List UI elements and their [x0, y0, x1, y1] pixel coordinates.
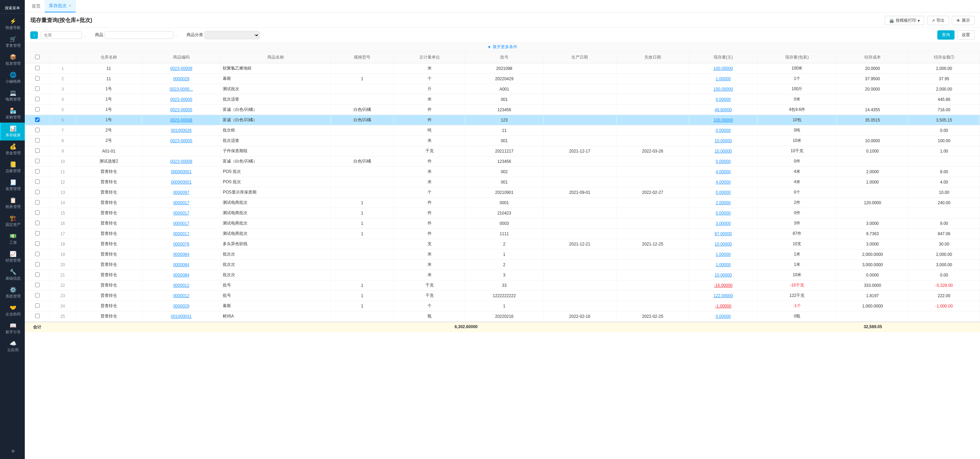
sidebar-item-retail[interactable]: 🛒 零售管理 — [0, 33, 25, 51]
row-checkbox[interactable] — [25, 125, 50, 135]
row-checkbox[interactable] — [25, 198, 50, 208]
row-code[interactable]: 0000029 — [142, 301, 221, 311]
col-unit[interactable]: 主计量单位 — [394, 52, 465, 63]
row-code[interactable]: 001000031 — [142, 311, 221, 322]
tab-home[interactable]: 首页 — [27, 0, 45, 13]
row-code[interactable]: 0000097 — [142, 187, 221, 198]
sidebar-item-tax[interactable]: 📋 税务管理 — [0, 194, 25, 212]
row-code[interactable]: 0023-00009 — [142, 63, 221, 74]
row-qty-main[interactable]: 4.00000 — [689, 167, 757, 177]
row-checkbox[interactable] — [25, 301, 50, 311]
col-total-cost[interactable]: 结存金额① — [908, 52, 980, 63]
row-code[interactable]: 0000017 — [142, 198, 221, 208]
sidebar-item-invoice[interactable]: 🧾 发票管理 — [0, 176, 25, 194]
row-qty-main[interactable]: 2.00000 — [689, 198, 757, 208]
col-code[interactable]: 商品编码 — [142, 52, 221, 63]
product-search-input[interactable] — [105, 31, 173, 39]
row-qty-main[interactable]: 49.60000 — [689, 105, 757, 115]
row-checkbox[interactable] — [25, 187, 50, 198]
col-checkbox[interactable] — [25, 52, 50, 63]
select-all-checkbox[interactable] — [35, 55, 40, 59]
row-qty-main[interactable]: 87.00000 — [689, 229, 757, 239]
print-template-button[interactable]: 🖨️ 按模板打印 ▾ — [885, 16, 924, 25]
settings-button[interactable]: 设置 — [957, 30, 975, 40]
row-qty-main[interactable]: 1.00000 — [689, 74, 757, 84]
row-code[interactable]: 000900001 — [142, 177, 221, 187]
row-qty-main[interactable]: 0.00000 — [689, 187, 757, 198]
sidebar-item-operations[interactable]: 📈 经营管理 — [0, 248, 25, 266]
display-toggle-button[interactable]: 👁 展示 — [952, 16, 975, 25]
row-qty-main[interactable]: 1.00000 — [689, 260, 757, 270]
row-checkbox[interactable] — [25, 167, 50, 177]
row-code[interactable]: 0023-00005 — [142, 105, 221, 115]
row-code[interactable]: 0023-00008 — [142, 156, 221, 167]
query-button[interactable]: 查询 — [937, 30, 955, 40]
sidebar-item-system[interactable]: ⚙️ 系统管理 — [0, 284, 25, 302]
row-code[interactable]: 0000017 — [142, 218, 221, 229]
row-qty-main[interactable]: 10.00000 — [689, 239, 757, 249]
export-button[interactable]: ↗ 导出 — [927, 16, 949, 25]
tab-inventory-batch[interactable]: 库存批次 × — [45, 0, 76, 13]
col-expdate[interactable]: 失效日期 — [616, 52, 689, 63]
tab-close-icon[interactable]: × — [69, 3, 71, 8]
row-checkbox[interactable] — [25, 177, 50, 187]
row-code[interactable]: 0023-00008 — [142, 115, 221, 125]
row-qty-main[interactable]: -16.00000 — [689, 280, 757, 291]
row-qty-main[interactable]: 4.00000 — [689, 177, 757, 187]
col-warehouse[interactable]: 仓库名称 — [76, 52, 142, 63]
col-name[interactable]: 商品名称 — [221, 52, 331, 63]
row-checkbox[interactable] — [25, 208, 50, 218]
warehouse-search-input[interactable] — [41, 31, 82, 39]
col-unit-cost[interactable]: 结存成本 — [837, 52, 908, 63]
sidebar-settings[interactable]: ⚙ — [0, 446, 25, 456]
row-code[interactable]: 0000012 — [142, 280, 221, 291]
row-checkbox[interactable] — [25, 291, 50, 301]
row-qty-main[interactable]: 10.00000 — [689, 146, 757, 156]
row-checkbox[interactable] — [25, 239, 50, 249]
row-code[interactable]: 0023-00005 — [142, 94, 221, 105]
sidebar-item-inventory[interactable]: 📊 库存核算 — [0, 123, 25, 140]
row-checkbox[interactable] — [25, 105, 50, 115]
search-toggle-button[interactable]: › — [30, 31, 38, 39]
row-qty-main[interactable]: -1.00000 — [689, 301, 757, 311]
sidebar-item-cloud[interactable]: ☁️ 云应用 — [0, 338, 25, 355]
row-checkbox[interactable] — [25, 280, 50, 291]
row-code[interactable]: 000900001 — [142, 167, 221, 177]
col-batch[interactable]: 批号 — [465, 52, 543, 63]
sidebar-item-ecom-small[interactable]: 🌐 小融电商 — [0, 69, 25, 87]
row-code[interactable]: 0000017 — [142, 208, 221, 218]
row-code[interactable]: 0000017 — [142, 229, 221, 239]
row-code[interactable]: 0000084 — [142, 270, 221, 280]
row-checkbox[interactable] — [25, 249, 50, 260]
row-qty-main[interactable]: 10.00000 — [689, 135, 757, 146]
row-checkbox[interactable] — [25, 115, 50, 125]
row-qty-main[interactable]: 1.00000 — [689, 249, 757, 260]
row-qty-main[interactable]: 122.00000 — [689, 291, 757, 301]
row-checkbox[interactable] — [25, 135, 50, 146]
row-checkbox[interactable] — [25, 84, 50, 94]
row-qty-main[interactable]: 3.00000 — [689, 218, 757, 229]
row-qty-main[interactable]: 100.00000 — [689, 84, 757, 94]
col-proddate[interactable]: 生产日期 — [543, 52, 616, 63]
row-qty-main[interactable]: 0.00000 — [689, 125, 757, 135]
sidebar-item-basic[interactable]: 🔧 基础信息 — [0, 266, 25, 284]
row-checkbox[interactable] — [25, 311, 50, 322]
expand-conditions-row[interactable]: ▼ 展开更多条件 — [25, 43, 980, 52]
row-code[interactable]: 0000084 — [142, 260, 221, 270]
row-code[interactable]: 001000026 — [142, 125, 221, 135]
table-container[interactable]: 仓库名称 商品编码 商品名称 规格型号 主计量单位 批号 生产日期 失效日期 现… — [25, 52, 980, 459]
row-code[interactable]: 0023-00005 — [142, 135, 221, 146]
row-qty-main[interactable]: 100.00000 — [689, 63, 757, 74]
row-checkbox[interactable] — [25, 218, 50, 229]
row-code[interactable]: 0000029 — [142, 74, 221, 84]
col-qty-pkg[interactable]: 现存量(包装) — [757, 52, 837, 63]
row-checkbox[interactable] — [25, 74, 50, 84]
row-qty-main[interactable]: 0.00000 — [689, 311, 757, 322]
sidebar-item-ecom[interactable]: 💻 电商管理 — [0, 87, 25, 105]
row-code[interactable]: 0000078 — [142, 239, 221, 249]
row-checkbox[interactable] — [25, 270, 50, 280]
sidebar-logo[interactable]: 搜索菜单 — [0, 3, 25, 14]
sidebar-item-newbie[interactable]: 📖 新手引导 — [0, 320, 25, 338]
category-select[interactable] — [204, 31, 259, 39]
row-code[interactable]: 0000012 — [142, 291, 221, 301]
